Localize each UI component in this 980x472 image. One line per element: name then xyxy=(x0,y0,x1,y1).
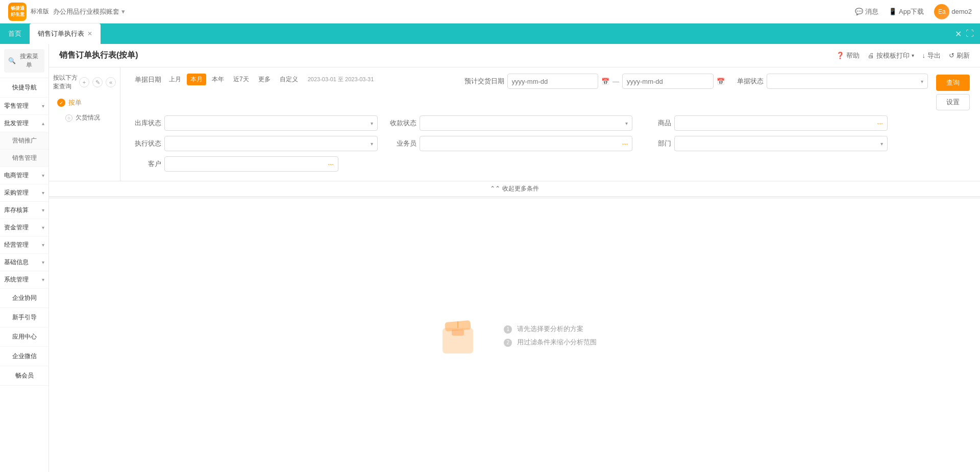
expected-date-start-input[interactable] xyxy=(507,74,599,89)
sidebar-item-inventory[interactable]: 库存核算 ▾ xyxy=(0,202,48,219)
user-profile[interactable]: Ea demo2 xyxy=(934,4,972,19)
chevron-down-icon: ▾ xyxy=(42,225,44,230)
collapse-icon: ⌃⌃ xyxy=(490,185,502,192)
sidebar-item-basic-info[interactable]: 基础信息 ▾ xyxy=(0,254,48,271)
tab-sales-order-label: 销售订单执行表 xyxy=(38,29,84,38)
search-icon: 🔍 xyxy=(8,57,16,64)
date-range-display: 2023-03-01 至 2023-03-31 xyxy=(308,76,374,83)
sidebar-item-member[interactable]: 畅会员 xyxy=(0,366,48,386)
date-tab-last-month[interactable]: 上月 xyxy=(165,74,185,85)
refresh-button[interactable]: ↺ 刷新 xyxy=(949,51,970,60)
goods-select[interactable]: ··· xyxy=(674,115,888,131)
dept-select[interactable]: ▾ xyxy=(674,136,888,151)
avatar-initials: Ea xyxy=(938,8,946,15)
dept-select-arrow-icon: ▾ xyxy=(880,141,883,147)
salesperson-more-icon[interactable]: ··· xyxy=(622,139,628,148)
sidebar: 🔍 搜索菜单 快捷导航 零售管理 ▾ 批发管理 ▴ 营销推广 销售管理 电商管理… xyxy=(0,44,49,472)
breadcrumb-chevron-icon[interactable]: ▾ xyxy=(121,8,125,15)
date-separator: — xyxy=(612,78,619,85)
sidebar-item-app-center[interactable]: 应用中心 xyxy=(0,327,48,347)
app-logo: 畅捷通好生意 xyxy=(8,3,27,21)
empty-hint-1: 1 请先选择要分析的方案 xyxy=(504,322,597,336)
app-download-label: App下载 xyxy=(899,7,924,16)
order-status-select[interactable]: ▾ xyxy=(767,74,928,89)
app-download-button[interactable]: 📱 App下载 xyxy=(889,7,924,16)
date-tab-this-year[interactable]: 本年 xyxy=(208,74,228,85)
salesperson-select[interactable]: ··· xyxy=(420,136,633,151)
sidebar-item-ecommerce[interactable]: 电商管理 ▾ xyxy=(0,167,48,184)
sidebar-item-enterprise-collab[interactable]: 企业协同 xyxy=(0,289,48,308)
scheme-item-shortage[interactable]: ○ 欠货情况 xyxy=(53,110,116,125)
filter-panel: 按以下方案查询 + ✎ « ✓ 按单 xyxy=(49,67,980,181)
delivery-status-select[interactable]: ▾ xyxy=(164,115,378,131)
empty-illustration xyxy=(432,310,483,361)
settings-button[interactable]: 设置 xyxy=(936,94,970,110)
calendar-end-icon[interactable]: 📅 xyxy=(717,78,725,85)
scheme-edit-button[interactable]: ✎ xyxy=(92,77,103,87)
scheme-label-shortage: 欠货情况 xyxy=(76,113,100,122)
messages-button[interactable]: 💬 消息 xyxy=(855,7,878,16)
export-label: 导出 xyxy=(927,51,941,60)
delivery-status-label: 出库状态 xyxy=(131,119,161,128)
content-area: 销售订单执行表(按单) ❓ 帮助 🖨 按模板打印 ▾ ↓ 导出 ↺ 刷新 xyxy=(49,44,980,472)
chevron-down-icon: ▾ xyxy=(42,190,44,196)
main-layout: 🔍 搜索菜单 快捷导航 零售管理 ▾ 批发管理 ▴ 营销推广 销售管理 电商管理… xyxy=(0,44,980,472)
chevron-up-icon: ▴ xyxy=(42,121,44,126)
sidebar-item-retail[interactable]: 零售管理 ▾ xyxy=(0,98,48,115)
chevron-down-icon: ▾ xyxy=(42,173,44,178)
empty-svg-icon xyxy=(432,310,483,361)
sidebar-item-marketing[interactable]: 营销推广 xyxy=(0,132,48,150)
sidebar-search-area: 🔍 搜索菜单 xyxy=(0,44,48,78)
print-button[interactable]: 🖨 按模板打印 ▾ xyxy=(868,51,914,60)
tab-sales-order[interactable]: 销售订单执行表 ✕ xyxy=(30,23,101,44)
search-menu-button[interactable]: 🔍 搜索菜单 xyxy=(4,49,44,73)
date-tab-more[interactable]: 更多 xyxy=(255,74,274,85)
tab-maximize-icon[interactable]: ⛶ xyxy=(966,29,974,38)
filter-form: 单据日期 上月 本月 本年 近7天 更多 自定义 2023-03-01 至 20… xyxy=(120,67,980,181)
exec-status-select[interactable]: ▾ xyxy=(164,136,378,151)
scheme-icons: + ✎ « xyxy=(79,77,116,87)
header-right: 💬 消息 📱 App下载 Ea demo2 xyxy=(855,4,972,19)
download-icon: 📱 xyxy=(889,8,897,15)
empty-state: 1 请先选择要分析的方案 2 用过滤条件来缩小分析范围 xyxy=(49,199,980,472)
tab-home[interactable]: 首页 xyxy=(0,23,30,44)
help-button[interactable]: ❓ 帮助 xyxy=(836,51,860,60)
top-header: 畅捷通好生意 标准版 办公用品行业模拟账套 ▾ 💬 消息 📱 App下载 Ea … xyxy=(0,0,980,23)
scheme-item-order[interactable]: ✓ 按单 xyxy=(53,95,116,110)
calendar-start-icon[interactable]: 📅 xyxy=(601,78,609,85)
export-button[interactable]: ↓ 导出 xyxy=(922,51,941,60)
customer-more-icon[interactable]: ··· xyxy=(328,160,334,168)
tab-close-window-icon[interactable]: ✕ xyxy=(955,29,962,39)
exec-status-label: 执行状态 xyxy=(131,139,161,148)
empty-hints: 1 请先选择要分析的方案 2 用过滤条件来缩小分析范围 xyxy=(504,322,597,349)
sidebar-item-wechat[interactable]: 企业微信 xyxy=(0,347,48,366)
sidebar-item-wholesale[interactable]: 批发管理 ▴ xyxy=(0,115,48,132)
sidebar-item-operations[interactable]: 经营管理 ▾ xyxy=(0,237,48,254)
scheme-sidebar: 按以下方案查询 + ✎ « ✓ 按单 xyxy=(49,67,120,181)
collapse-label: 收起更多条件 xyxy=(502,185,539,192)
empty-hint-2: 2 用过滤条件来缩小分析范围 xyxy=(504,336,597,349)
tab-close-icon[interactable]: ✕ xyxy=(87,30,92,37)
goods-more-icon[interactable]: ··· xyxy=(877,119,883,127)
date-label: 单据日期 xyxy=(131,75,161,84)
help-icon: ❓ xyxy=(836,52,844,59)
sidebar-item-purchase[interactable]: 采购管理 ▾ xyxy=(0,184,48,202)
date-tab-this-month[interactable]: 本月 xyxy=(187,74,206,85)
sidebar-item-quick-nav[interactable]: 快捷导航 xyxy=(0,78,48,98)
sidebar-item-finance[interactable]: 资金管理 ▾ xyxy=(0,219,48,237)
scheme-add-button[interactable]: + xyxy=(79,77,89,87)
query-button[interactable]: 查询 xyxy=(936,75,970,91)
date-tab-custom[interactable]: 自定义 xyxy=(276,74,302,85)
receipt-status-select[interactable]: ▾ xyxy=(420,115,633,131)
customer-select[interactable]: ··· xyxy=(164,156,338,172)
scheme-header-label: 按以下方案查询 xyxy=(53,74,79,91)
sidebar-item-system[interactable]: 系统管理 ▾ xyxy=(0,271,48,289)
message-icon: 💬 xyxy=(855,8,863,15)
expected-date-end-input[interactable] xyxy=(622,74,714,89)
sidebar-item-sales[interactable]: 销售管理 xyxy=(0,150,48,167)
scheme-collapse-button[interactable]: « xyxy=(106,77,116,87)
tab-actions: ✕ ⛶ xyxy=(955,29,980,39)
collapse-more-conditions[interactable]: ⌃⌃ 收起更多条件 xyxy=(49,181,980,197)
sidebar-item-new-user[interactable]: 新手引导 xyxy=(0,308,48,327)
date-tab-last-7[interactable]: 近7天 xyxy=(230,74,253,85)
